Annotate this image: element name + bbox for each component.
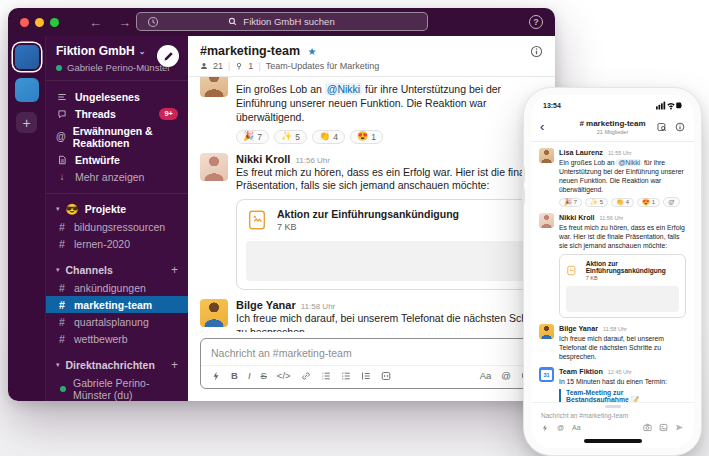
phone-channel-header: ‹ # marketing-team 21 Mitglieder	[531, 112, 694, 142]
pin-count[interactable]: 1	[248, 61, 253, 71]
hash-icon: #	[59, 333, 67, 345]
mention-button[interactable]: @	[501, 371, 511, 381]
file-preview[interactable]	[566, 286, 679, 312]
reaction-pill[interactable]: ✨5	[585, 198, 608, 207]
workspace-icon-secondary[interactable]	[15, 78, 39, 102]
timestamp[interactable]: 12:45 Uhr	[608, 369, 632, 375]
channel-info-button[interactable]	[675, 122, 685, 132]
add-dm-button[interactable]: +	[171, 358, 178, 372]
sidebar-item-threads[interactable]: Threads 9+	[46, 105, 188, 122]
add-workspace-button[interactable]: +	[16, 112, 37, 133]
mention-link[interactable]: @Nikki	[616, 159, 642, 166]
link-icon[interactable]	[301, 371, 311, 381]
shortcuts-lightning-icon[interactable]	[211, 371, 221, 381]
avatar[interactable]	[200, 153, 228, 181]
reaction-pill[interactable]: 👏4	[312, 130, 345, 144]
close-window-button[interactable]	[20, 18, 29, 27]
reaction-pill[interactable]: 😍1	[350, 130, 383, 144]
add-channel-button[interactable]: +	[171, 263, 178, 277]
reaction-pill[interactable]: 🎉7	[559, 198, 582, 207]
add-reaction-button[interactable]	[663, 197, 680, 207]
calendar-app-avatar[interactable]: 31	[539, 367, 554, 382]
text-format-button[interactable]: Aa	[480, 371, 492, 381]
phone-message-input[interactable]: Nachricht an #marketing-team	[541, 406, 684, 423]
sidebar-item-mentions[interactable]: @ Erwähnungen & Reaktionen	[46, 122, 188, 151]
italic-button[interactable]: I	[248, 371, 251, 381]
reaction-pill[interactable]: 😍1	[637, 198, 660, 207]
section-header-projekte[interactable]: ▾ 😎 Projekte	[46, 200, 188, 218]
titlebar: ← → Fiktion GmbH suchen ?	[8, 8, 555, 36]
author-name[interactable]: Bilge Yanar	[236, 299, 296, 311]
ordered-list-icon[interactable]	[321, 371, 331, 381]
sidebar-item-marketing-team[interactable]: # marketing-team	[46, 296, 188, 313]
sidebar-item-lernen-2020[interactable]: # lernen-2020	[46, 235, 188, 252]
author-name[interactable]: Nikki Kroll	[236, 153, 290, 165]
timestamp[interactable]: 11:58 Uhr	[603, 326, 627, 332]
avatar[interactable]	[539, 213, 554, 228]
triangle-icon: ▾	[56, 361, 60, 369]
sidebar-dm-gabriele[interactable]: Gabriele Perino-Münster (du)	[46, 374, 188, 401]
mention-link[interactable]: @Nikki	[325, 83, 362, 95]
status-time: 13:54	[543, 102, 561, 109]
global-search-input[interactable]: Fiktion GmbH suchen	[136, 12, 428, 31]
sidebar-item-show-more[interactable]: ↓ Mehr anzeigen	[46, 168, 188, 185]
gallery-icon[interactable]	[659, 423, 668, 432]
avatar[interactable]	[539, 324, 554, 339]
sidebar-item-drafts[interactable]: Entwürfe	[46, 151, 188, 168]
bold-button[interactable]: B	[231, 371, 238, 381]
maximize-window-button[interactable]	[50, 18, 59, 27]
history-forward-button[interactable]: →	[118, 16, 131, 29]
timestamp[interactable]: 11:56 Uhr	[295, 156, 330, 165]
star-icon[interactable]: ★	[308, 46, 317, 57]
event-link[interactable]: Team-Meeting zur Bestandsaufnahme 📝	[566, 389, 686, 402]
channel-info-button[interactable]	[530, 45, 543, 58]
text-format-button[interactable]: Aa	[572, 424, 581, 431]
shortcuts-lightning-icon[interactable]	[541, 424, 549, 432]
file-preview[interactable]	[246, 241, 528, 281]
avatar[interactable]	[200, 77, 228, 97]
send-button[interactable]	[675, 423, 684, 432]
history-back-button[interactable]: ←	[89, 16, 102, 29]
help-button[interactable]: ?	[529, 15, 543, 29]
presence-dot-icon	[56, 65, 62, 71]
avatar[interactable]	[539, 148, 554, 163]
workspace-icon-active[interactable]	[15, 45, 39, 69]
timestamp[interactable]: 11:55 Uhr	[608, 150, 632, 156]
file-attachment[interactable]: Aktion zur Einführungsankündigung 7 KB	[559, 254, 686, 318]
message-input[interactable]	[201, 339, 542, 365]
reaction-pill[interactable]: ✨5	[274, 130, 307, 144]
author-name[interactable]: Bilge Yanar	[559, 324, 598, 333]
minimize-window-button[interactable]	[35, 18, 44, 27]
code-block-icon[interactable]	[381, 371, 391, 381]
strikethrough-button[interactable]: S	[261, 371, 267, 381]
reaction-pill[interactable]: 👏4	[611, 198, 634, 207]
back-button[interactable]: ‹	[540, 120, 544, 133]
sidebar-item-ankuendigungen[interactable]: # ankündigungen	[46, 279, 188, 296]
sidebar-item-unreads[interactable]: Ungelesenes	[46, 88, 188, 105]
file-attachment[interactable]: Aktion zur Einführungsankündigung 7 KB	[236, 199, 538, 290]
code-button[interactable]: </>	[277, 371, 291, 381]
section-dms: ▾ Direktnachrichten + Gabriele Perino-Mü…	[46, 355, 188, 401]
blockquote-icon[interactable]	[361, 371, 371, 381]
timestamp[interactable]: 11:58 Uhr	[301, 302, 336, 311]
section-header-dms[interactable]: ▾ Direktnachrichten +	[46, 355, 188, 374]
section-header-channels[interactable]: ▾ Channels +	[46, 260, 188, 279]
channel-title[interactable]: #marketing-team	[200, 44, 300, 58]
timestamp[interactable]: 11:56 Uhr	[600, 215, 624, 221]
reaction-pill[interactable]: 🎉7	[236, 130, 269, 144]
sidebar-item-quartalsplanung[interactable]: # quartalsplanung	[46, 313, 188, 330]
author-name[interactable]: Lisa Laurenz	[559, 148, 603, 157]
author-name[interactable]: Nikki Kroll	[559, 213, 595, 222]
mention-button[interactable]: @	[557, 424, 564, 431]
member-count[interactable]: 21	[213, 61, 223, 71]
sidebar-item-bildungsressourcen[interactable]: # bildungsressourcen	[46, 218, 188, 235]
bullet-list-icon[interactable]	[341, 371, 351, 381]
author-name[interactable]: Team Fiktion	[559, 367, 603, 376]
new-message-button[interactable]	[157, 45, 179, 67]
sidebar-item-wettbewerb[interactable]: # wettbewerb	[46, 330, 188, 347]
message-nikki: Nikki Kroll11:56 Uhr Es freut mich zu hö…	[539, 213, 686, 318]
camera-icon[interactable]	[643, 423, 652, 432]
avatar[interactable]	[200, 299, 228, 327]
channel-search-icon[interactable]	[657, 122, 667, 132]
channel-topic[interactable]: Team-Updates für Marketing	[266, 61, 380, 71]
